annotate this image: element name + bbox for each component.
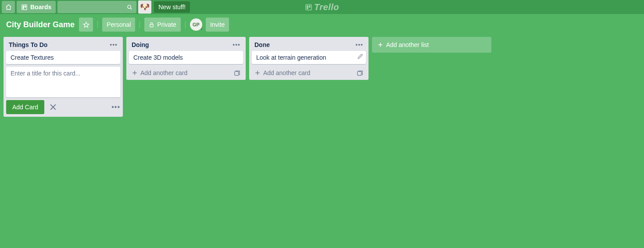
pencil-icon xyxy=(358,54,363,59)
list-title[interactable]: Done xyxy=(254,41,270,48)
boards-label: Boards xyxy=(30,4,51,11)
divider xyxy=(185,21,186,28)
svg-rect-1 xyxy=(23,5,24,9)
admin-chevron-icon: » xyxy=(200,27,202,31)
add-another-card-button[interactable]: Add another card xyxy=(252,67,366,77)
visibility-button[interactable]: Private xyxy=(144,18,181,32)
card-composer xyxy=(6,67,120,97)
taco-avatar[interactable]: 🐶 xyxy=(138,0,151,14)
list-header: Done ••• xyxy=(252,40,366,51)
edit-card-button[interactable] xyxy=(358,54,363,59)
plus-icon xyxy=(377,42,383,48)
list-menu-button[interactable]: ••• xyxy=(233,41,240,48)
svg-point-3 xyxy=(128,5,131,8)
svg-marker-8 xyxy=(83,22,89,27)
star-icon xyxy=(83,22,89,28)
team-button[interactable]: Personal xyxy=(102,18,135,32)
svg-line-4 xyxy=(131,8,132,9)
template-icon[interactable] xyxy=(234,70,240,76)
trello-board-icon xyxy=(21,4,28,11)
composer-controls: Add Card ••• xyxy=(6,100,120,114)
list-title[interactable]: Doing xyxy=(132,41,149,48)
trello-logo[interactable]: Trello xyxy=(305,2,339,12)
svg-rect-6 xyxy=(307,5,308,9)
list-menu-button[interactable]: ••• xyxy=(110,41,118,48)
card-title: Look at terrain generation xyxy=(256,54,326,61)
card-composer-input[interactable] xyxy=(11,70,116,93)
search-input[interactable] xyxy=(57,1,136,13)
list: Things To Do ••• Create Textures Add Car… xyxy=(4,37,123,117)
card-title: Create Textures xyxy=(11,54,54,61)
svg-rect-17 xyxy=(358,71,361,75)
divider xyxy=(140,21,140,28)
card[interactable]: Create 3D models xyxy=(129,51,243,64)
add-list-button[interactable]: Add another list xyxy=(372,37,491,53)
trello-board-icon xyxy=(305,4,312,11)
home-icon xyxy=(5,4,12,11)
composer-options-button[interactable]: ••• xyxy=(111,103,120,111)
new-stuff-button[interactable]: New stuff! xyxy=(154,1,190,13)
close-composer-button[interactable] xyxy=(49,103,57,111)
star-button[interactable] xyxy=(79,18,93,32)
svg-rect-2 xyxy=(25,5,26,7)
list-menu-button[interactable]: ••• xyxy=(355,41,363,48)
lock-icon xyxy=(149,22,154,28)
template-icon[interactable] xyxy=(357,70,363,76)
plus-icon xyxy=(254,70,261,76)
list-header: Doing ••• xyxy=(129,40,243,51)
svg-rect-9 xyxy=(150,24,154,26)
board-title[interactable]: City Builder Game xyxy=(6,20,75,29)
invite-button[interactable]: Invite xyxy=(206,18,229,32)
home-button[interactable] xyxy=(2,1,15,13)
divider xyxy=(97,21,98,28)
card[interactable]: Create Textures xyxy=(6,51,120,64)
list: Doing ••• Create 3D models Add another c… xyxy=(126,37,246,80)
card-title: Create 3D models xyxy=(133,54,183,61)
topbar: Boards 🐶 New stuff! Trello xyxy=(0,0,644,14)
boards-button[interactable]: Boards xyxy=(17,1,56,13)
list: Done ••• Look at terrain generation Add … xyxy=(249,37,369,80)
svg-rect-0 xyxy=(22,4,27,9)
add-card-button[interactable]: Add Card xyxy=(6,100,44,114)
add-another-card-button[interactable]: Add another card xyxy=(129,67,243,77)
plus-icon xyxy=(132,70,138,76)
list-header: Things To Do ••• xyxy=(6,40,120,51)
svg-rect-14 xyxy=(235,71,239,75)
member-avatar[interactable]: GP » xyxy=(190,18,202,31)
card[interactable]: Look at terrain generation xyxy=(252,51,366,64)
svg-rect-7 xyxy=(309,5,311,7)
board-canvas: Things To Do ••• Create Textures Add Car… xyxy=(0,35,644,119)
search-icon xyxy=(126,4,133,11)
list-title[interactable]: Things To Do xyxy=(9,41,47,48)
svg-rect-5 xyxy=(306,4,311,10)
close-icon xyxy=(49,103,57,111)
board-header: City Builder Game Personal Private GP » … xyxy=(0,14,644,35)
